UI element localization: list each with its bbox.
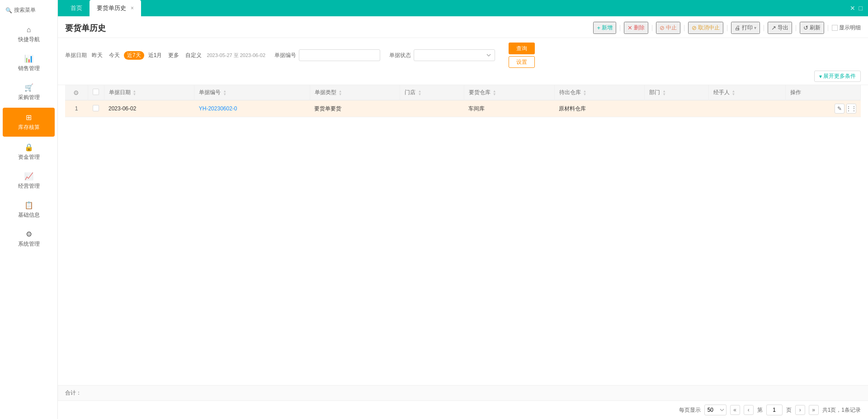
settings-button[interactable]: 设置: [509, 56, 535, 68]
toolbar-divider-7: [828, 25, 828, 31]
per-page-select[interactable]: 20 50 100: [704, 405, 726, 415]
tab-home[interactable]: 首页: [63, 0, 90, 16]
col-bill-type[interactable]: 单据类型 ▲▼: [310, 85, 400, 100]
toolbar-divider-4: [727, 25, 727, 31]
new-button[interactable]: + 新增: [593, 22, 616, 34]
stop-button[interactable]: ⊘ 中止: [656, 22, 680, 34]
delete-button[interactable]: ✕ 删除: [624, 22, 648, 34]
col-bill-type-sort[interactable]: ▲▼: [339, 90, 342, 96]
bill-no-label: 单据编号: [274, 52, 296, 59]
page-input[interactable]: [766, 405, 783, 415]
row-checkbox-cell[interactable]: [88, 100, 104, 117]
window-close-icon[interactable]: ✕: [850, 5, 855, 12]
col-checkbox[interactable]: [88, 85, 104, 100]
last-page-button[interactable]: »: [809, 405, 819, 415]
col-bill-date[interactable]: 单据日期 ▲▼: [104, 85, 194, 100]
col-bill-no[interactable]: 单据编号 ▲▼: [194, 85, 310, 100]
sidebar-item-inventory[interactable]: ⊞ 库存核算: [3, 108, 55, 137]
display-detail-label: 显示明细: [839, 24, 861, 32]
row-edit-button[interactable]: ✎: [835, 104, 844, 114]
purchase-icon: 🛒: [24, 83, 33, 92]
export-button[interactable]: ↗ 导出: [768, 22, 792, 34]
sidebar-item-finance[interactable]: 🔒 资金管理: [0, 138, 57, 167]
next-page-button[interactable]: ›: [795, 405, 805, 415]
yesterday-shortcut[interactable]: 昨天: [90, 51, 105, 60]
sidebar-item-label: 系统管理: [18, 240, 40, 248]
col-handler[interactable]: 经手人 ▲▼: [708, 85, 786, 100]
col-bill-type-label: 单据类型: [315, 89, 336, 96]
bill-no-filter-group: 单据编号: [274, 49, 380, 61]
col-store-sort[interactable]: ▲▼: [418, 90, 421, 96]
col-department-sort[interactable]: ▲▼: [662, 90, 666, 96]
col-store-label: 门店: [405, 89, 415, 96]
print-dropdown-icon[interactable]: ▾: [754, 25, 756, 30]
tab-close-icon[interactable]: ×: [131, 5, 134, 11]
row-bill-no[interactable]: YH-20230602-0: [194, 100, 310, 117]
sidebar-item-basic-info[interactable]: 📋 基础信息: [0, 195, 57, 224]
row-checkbox[interactable]: [93, 105, 99, 111]
last7days-shortcut[interactable]: 近7天: [124, 51, 144, 60]
col-settings[interactable]: ⚙: [65, 85, 88, 100]
sidebar-item-label: 经营管理: [18, 182, 40, 190]
sidebar-item-sales[interactable]: 📊 销售管理: [0, 49, 57, 78]
col-req-warehouse[interactable]: 要货仓库 ▲▼: [464, 85, 554, 100]
col-bill-date-sort[interactable]: ▲▼: [133, 90, 137, 96]
toolbar-divider-6: [796, 25, 796, 31]
expand-more-button[interactable]: ▾ 展开更多条件: [814, 71, 861, 82]
row-bill-type: 要货单要货: [310, 100, 400, 117]
sidebar-item-operations[interactable]: 📈 经营管理: [0, 167, 57, 195]
last-month-shortcut[interactable]: 近1月: [146, 51, 165, 60]
sidebar-item-quick-nav[interactable]: ⌂ 快捷导航: [0, 20, 57, 49]
toolbar-divider-2: [652, 25, 652, 31]
display-detail-toggle[interactable]: 显示明细: [832, 24, 861, 32]
table-header-row: ⚙ 单据日期 ▲▼ 单据编号: [65, 85, 861, 100]
refresh-button[interactable]: ↺ 刷新: [800, 22, 824, 34]
expand-icon: ▾: [819, 73, 822, 80]
sidebar-item-label: 基础信息: [18, 211, 40, 219]
status-filter-group: 单据状态 全部 待审核 已审核 已中止: [389, 49, 495, 61]
col-department[interactable]: 部门 ▲▼: [645, 85, 708, 100]
tab-home-label: 首页: [71, 4, 82, 12]
finance-icon: 🔒: [24, 143, 33, 152]
row-bill-no-link[interactable]: YH-20230602-0: [199, 105, 237, 112]
sidebar-search[interactable]: 🔍 搜索菜单: [0, 0, 57, 20]
new-label: 新增: [602, 24, 613, 32]
page-label: 第: [757, 406, 763, 414]
bill-no-input[interactable]: [299, 49, 380, 61]
tab-requisition-history[interactable]: 要货单历史 ×: [90, 0, 141, 16]
col-store[interactable]: 门店 ▲▼: [400, 85, 464, 100]
window-maximize-icon[interactable]: □: [859, 5, 863, 12]
prev-page-button[interactable]: ‹: [744, 405, 754, 415]
home-icon: ⌂: [27, 26, 31, 34]
table-row[interactable]: 1 2023-06-02 YH-20230602-0 要货单要货 车间库 原材料…: [65, 100, 861, 117]
col-bill-no-sort[interactable]: ▲▼: [223, 90, 226, 96]
first-page-button[interactable]: «: [730, 405, 740, 415]
status-select[interactable]: 全部 待审核 已审核 已中止: [414, 49, 495, 61]
col-pending-warehouse[interactable]: 待出仓库 ▲▼: [554, 85, 645, 100]
row-more-button[interactable]: ⋮⋮: [846, 104, 856, 114]
more-shortcut[interactable]: 更多: [166, 51, 181, 60]
sidebar-item-system[interactable]: ⚙ 系统管理: [0, 224, 57, 253]
col-handler-sort[interactable]: ▲▼: [732, 90, 736, 96]
col-req-warehouse-sort[interactable]: ▲▼: [493, 90, 496, 96]
col-pending-warehouse-sort[interactable]: ▲▼: [583, 90, 587, 96]
topbar-right: ✕ □: [850, 5, 863, 12]
custom-shortcut[interactable]: 自定义: [183, 51, 204, 60]
today-shortcut[interactable]: 今天: [107, 51, 122, 60]
row-req-warehouse: 车间库: [464, 100, 554, 117]
table-settings-icon[interactable]: ⚙: [73, 89, 79, 96]
search-icon: 🔍: [5, 7, 12, 14]
col-bill-no-label: 单据编号: [199, 89, 221, 96]
operations-icon: 📈: [24, 172, 33, 181]
sidebar-item-label: 快捷导航: [18, 36, 40, 43]
sidebar-item-purchase[interactable]: 🛒 采购管理: [0, 78, 57, 107]
inventory-icon: ⊞: [26, 113, 32, 122]
export-icon: ↗: [771, 24, 776, 31]
display-detail-checkbox[interactable]: [832, 25, 838, 31]
print-button[interactable]: 🖨 打印 ▾: [731, 22, 760, 34]
cancel-stop-button[interactable]: ⊘ 取消中止: [688, 22, 723, 34]
sidebar-item-label: 资金管理: [18, 153, 40, 161]
query-button[interactable]: 查询: [509, 43, 535, 54]
select-all-checkbox[interactable]: [93, 89, 99, 95]
content-area: 要货单历史 + 新增 ✕ 删除 ⊘ 中止 ⊘: [58, 16, 868, 419]
